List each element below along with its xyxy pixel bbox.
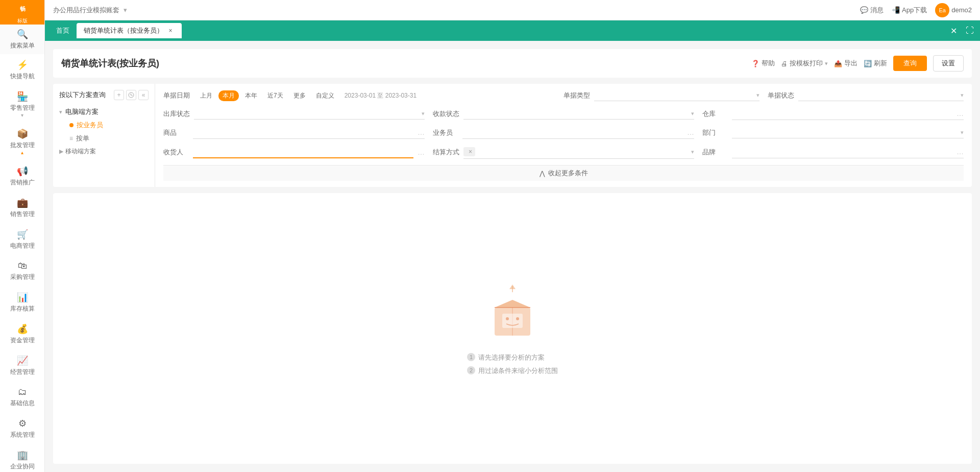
tab-expand-btn[interactable]: ⛶ bbox=[964, 25, 976, 37]
message-btn[interactable]: 💬 消息 bbox=[860, 6, 884, 15]
help-icon: ❓ bbox=[751, 60, 760, 67]
filter-row-3: 商品 … 业务员 … 部门 bbox=[163, 126, 964, 139]
scheme-desktop-children: 按业务员 ≡ 按单 bbox=[59, 119, 149, 145]
help-btn[interactable]: ❓ 帮助 bbox=[751, 59, 775, 68]
filter-doc-type-select[interactable]: ▾ bbox=[594, 90, 760, 101]
sidebar-item-inventory[interactable]: 📊 库存核算 bbox=[0, 287, 45, 318]
sidebar-item-quicknav[interactable]: ⚡ 快捷导航 bbox=[0, 54, 45, 86]
filter-doc-status-select[interactable]: ▾ bbox=[798, 90, 964, 101]
sidebar-search-label: 搜索菜单 bbox=[10, 41, 35, 50]
page-actions: ❓ 帮助 🖨 按模板打印 ▾ 📤 导出 🔄 刷新 查询 设置 bbox=[751, 55, 964, 72]
app-download-btn[interactable]: 📲 App下载 bbox=[892, 6, 927, 15]
filter-settlement-select[interactable]: × ▾ bbox=[463, 145, 694, 159]
tab-close-btn[interactable]: × bbox=[166, 27, 175, 35]
tab-home[interactable]: 首页 bbox=[49, 23, 77, 38]
chevron-down-icon: ▾ bbox=[21, 112, 23, 118]
doc-status-dropdown-arrow: ▾ bbox=[961, 92, 964, 99]
basic-icon: 🗂 bbox=[18, 387, 27, 397]
dept-dropdown-arrow: ▾ bbox=[961, 129, 964, 136]
logo[interactable]: 畅 标版 bbox=[0, 0, 45, 25]
filter-row-4: 收货人 … 结算方式 × ▾ bbox=[163, 145, 964, 159]
main-content: 办公用品行业模拟账套 ▾ 💬 消息 📲 App下载 Ea demo2 首页 bbox=[45, 0, 980, 472]
date-this-month-btn[interactable]: 本月 bbox=[218, 90, 239, 101]
tab-close-window-btn[interactable]: ✕ bbox=[947, 25, 960, 37]
svg-point-9 bbox=[506, 317, 509, 320]
date-last-month-btn[interactable]: 上月 bbox=[196, 90, 216, 101]
scheme-item-by-order[interactable]: ≡ 按单 bbox=[69, 132, 149, 145]
avatar: Ea bbox=[935, 3, 949, 17]
filter-dept-select[interactable]: ▾ bbox=[732, 127, 964, 138]
date-this-year-btn[interactable]: 本年 bbox=[241, 90, 261, 101]
scheme-edit-btn[interactable]: ✎ bbox=[126, 90, 136, 100]
purchase-icon: 🛍 bbox=[18, 261, 27, 271]
empty-tip-1: 1 请先选择要分析的方案 bbox=[467, 353, 558, 362]
template-print-label: 按模板打印 bbox=[790, 59, 823, 68]
filter-dept-item: 部门 ▾ bbox=[702, 127, 964, 138]
tab-sales-stats-label: 销货单统计表（按业务员） bbox=[84, 26, 163, 35]
doc-type-dropdown-arrow: ▾ bbox=[756, 92, 760, 99]
settlement-tag-close-btn[interactable]: × bbox=[469, 148, 472, 155]
date-last-7days-btn[interactable]: 近7天 bbox=[263, 90, 287, 101]
sales-icon: 💼 bbox=[17, 197, 28, 208]
filter-payment-status-select[interactable]: ▾ bbox=[463, 108, 694, 120]
filter-recipient-label: 收货人 bbox=[163, 148, 189, 157]
settlement-dropdown-arrow: ▾ bbox=[691, 149, 694, 155]
tip-2-num: 2 bbox=[467, 366, 475, 374]
sidebar-item-sales[interactable]: 💼 销售管理 bbox=[0, 192, 45, 224]
user-profile[interactable]: Ea demo2 bbox=[935, 3, 972, 17]
filter-warehouse-input[interactable]: … bbox=[732, 107, 964, 120]
filter-panel: 按以下方案查询 + ✎ « ▾ 电脑端方案 bbox=[53, 84, 972, 187]
sidebar-item-retail[interactable]: 🏪 零售管理 ▾ bbox=[0, 86, 45, 123]
scheme-add-btn[interactable]: + bbox=[114, 90, 124, 100]
chevron-right-icon: ▶ bbox=[59, 148, 63, 155]
topbar-breadcrumb-area: 办公用品行业模拟账套 ▾ bbox=[53, 6, 127, 15]
scheme-group-desktop[interactable]: ▾ 电脑端方案 bbox=[59, 105, 149, 119]
empty-box-icon bbox=[482, 282, 543, 343]
export-btn[interactable]: 📤 导出 bbox=[834, 59, 857, 68]
page-content: 销货单统计表(按业务员) ❓ 帮助 🖨 按模板打印 ▾ 📤 导出 🔄 刷新 bbox=[45, 41, 980, 472]
sidebar-item-ecommerce[interactable]: 🛒 电商管理 bbox=[0, 224, 45, 255]
refresh-btn[interactable]: 🔄 刷新 bbox=[864, 59, 887, 68]
sidebar-item-basic[interactable]: 🗂 基础信息 bbox=[0, 382, 45, 413]
brand-dots-icon: … bbox=[957, 148, 964, 156]
filter-brand-input[interactable]: … bbox=[732, 146, 964, 158]
scheme-item-by-salesperson[interactable]: 按业务员 bbox=[69, 119, 149, 132]
sidebar-item-search[interactable]: 🔍 搜索菜单 bbox=[0, 25, 45, 54]
scheme-collapse-btn[interactable]: « bbox=[138, 90, 149, 100]
sidebar-item-system[interactable]: ⚙ 系统管理 bbox=[0, 413, 45, 444]
filter-recipient-input[interactable] bbox=[193, 146, 413, 158]
settings-btn[interactable]: 设置 bbox=[933, 55, 964, 72]
user-name-label: demo2 bbox=[951, 6, 972, 14]
printer-icon: 🖨 bbox=[781, 60, 788, 67]
topbar-breadcrumb-text: 办公用品行业模拟账套 bbox=[53, 6, 119, 15]
filter-doc-type-label: 单据类型 bbox=[564, 91, 590, 100]
sidebar-item-enterprise[interactable]: 🏢 企业协同 bbox=[0, 444, 45, 472]
filter-doc-status-label: 单据状态 bbox=[768, 91, 794, 100]
sidebar-item-finance[interactable]: 💰 资金管理 bbox=[0, 318, 45, 350]
sidebar-item-wholesale[interactable]: 📦 批发管理 ▴ bbox=[0, 123, 45, 160]
app-download-icon: 📲 bbox=[892, 6, 900, 14]
empty-state: 1 请先选择要分析的方案 2 用过滤条件来缩小分析范围 bbox=[53, 193, 972, 464]
sidebar-item-marketing[interactable]: 📢 营销推广 bbox=[0, 160, 45, 192]
filter-goods-input[interactable]: … bbox=[193, 126, 425, 139]
ecommerce-icon: 🛒 bbox=[17, 229, 28, 240]
export-label: 导出 bbox=[844, 59, 857, 68]
filter-doc-status-item: 单据状态 ▾ bbox=[768, 90, 964, 101]
filter-dept-label: 部门 bbox=[702, 128, 728, 137]
scheme-panel: 按以下方案查询 + ✎ « ▾ 电脑端方案 bbox=[53, 84, 155, 187]
sidebar-item-operation[interactable]: 📈 经营管理 bbox=[0, 350, 45, 382]
query-btn[interactable]: 查询 bbox=[893, 56, 927, 71]
tab-sales-stats[interactable]: 销货单统计表（按业务员） × bbox=[77, 23, 182, 38]
sidebar-item-purchase[interactable]: 🛍 采购管理 bbox=[0, 255, 45, 287]
filter-recipient-item: 收货人 … bbox=[163, 146, 425, 158]
filter-out-status-select[interactable]: ▾ bbox=[194, 108, 425, 120]
filter-salesperson-input[interactable]: … bbox=[462, 126, 694, 139]
refresh-icon: 🔄 bbox=[864, 60, 872, 67]
date-custom-btn[interactable]: 自定义 bbox=[312, 90, 338, 101]
template-print-btn[interactable]: 🖨 按模板打印 ▾ bbox=[781, 59, 828, 68]
scheme-group-mobile[interactable]: ▶ 移动端方案 bbox=[59, 145, 149, 158]
date-more-btn[interactable]: 更多 bbox=[289, 90, 310, 101]
tip-1-text: 请先选择要分析的方案 bbox=[478, 353, 545, 362]
collapse-filters-btn[interactable]: ⋀ 收起更多条件 bbox=[163, 165, 964, 181]
topbar-dropdown-arrow[interactable]: ▾ bbox=[124, 6, 127, 14]
